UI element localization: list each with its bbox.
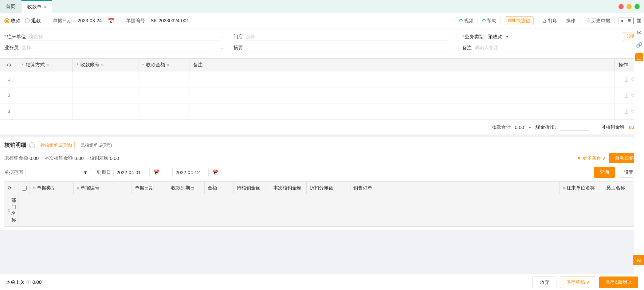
- refund-radio[interactable]: 退款: [25, 17, 41, 24]
- th-settlement: *结算方式⇅: [18, 59, 73, 71]
- sidebar-mail-icon[interactable]: ✉: [635, 28, 643, 36]
- date-to-input[interactable]: [172, 168, 209, 177]
- counterpart-input[interactable]: [27, 33, 219, 40]
- bottom-info-icon[interactable]: ⓘ: [26, 279, 31, 286]
- row1-settlement[interactable]: [18, 71, 73, 87]
- row2-settlement[interactable]: [18, 87, 73, 103]
- row1-account[interactable]: [73, 71, 138, 87]
- draft-arrow-icon[interactable]: ∧: [586, 279, 590, 285]
- remark-label: 备注: [462, 44, 472, 51]
- dth-type: ⇅单据类型: [30, 182, 74, 194]
- date-label: 单据日期: [53, 17, 72, 24]
- salesman-more-icon[interactable]: ···: [219, 45, 226, 51]
- main-table: ⚙ *结算方式⇅ *收款账号⇅ *收款金额⇅ 备注 操作 1 🗑 ⧉ 2: [0, 58, 644, 119]
- toolbar-sep-5: |: [579, 18, 580, 23]
- operation-btn[interactable]: 操作: [566, 17, 576, 24]
- salesman-label: 业务员: [4, 44, 19, 51]
- list-layout-icon[interactable]: ☰: [626, 17, 632, 24]
- date-from-input[interactable]: [113, 168, 150, 177]
- prev-layout-icon[interactable]: ◀: [619, 17, 625, 24]
- date-calendar-icon[interactable]: 📅: [108, 18, 114, 24]
- row1-amount[interactable]: [138, 71, 189, 87]
- counterpart-label: 往来单位: [7, 34, 26, 40]
- dth-number: ⇅单据编号: [74, 182, 132, 194]
- store-more-icon[interactable]: ···: [448, 34, 455, 39]
- sidebar-table-icon[interactable]: ▦: [635, 16, 643, 24]
- history-btn[interactable]: 📄 历史单据: [584, 17, 610, 24]
- help-btn[interactable]: ⊙ 帮助: [482, 17, 496, 24]
- sort-icon-2[interactable]: ⇅: [101, 63, 104, 67]
- total-label: 收款合计: [492, 124, 511, 130]
- form-area: * 往来单位 ··· 门店 ··· * 业务类型 预收款 ▼ 设置: [0, 28, 644, 58]
- row3-remark[interactable]: [189, 103, 615, 119]
- section-info-icon[interactable]: i: [29, 142, 35, 148]
- dth-checkbox[interactable]: [19, 182, 30, 194]
- discount-input[interactable]: [560, 124, 589, 131]
- dth-current: 本次核销金额: [270, 182, 307, 194]
- tab-close-icon[interactable]: ×: [44, 5, 46, 9]
- row3-amount[interactable]: [138, 103, 189, 119]
- receipt-radio[interactable]: 收款: [4, 17, 20, 24]
- row2-amount[interactable]: [138, 87, 189, 103]
- query-btn[interactable]: 查询: [594, 167, 615, 178]
- business-type-value: 预收款: [488, 34, 502, 40]
- save-btn[interactable]: 保存&新增 ∧: [599, 277, 638, 288]
- shortcut-btn[interactable]: ⌨ 快捷键: [505, 16, 534, 25]
- video-btn[interactable]: ⊙ 视频: [459, 17, 474, 24]
- dth-settings[interactable]: ⚙: [4, 182, 19, 194]
- toolbar-sep-6: |: [614, 18, 615, 23]
- summary-input[interactable]: [244, 44, 455, 51]
- due-date-label: 到期日: [97, 169, 111, 176]
- date-to-cal-icon[interactable]: 📅: [211, 169, 219, 175]
- tab-receipt[interactable]: 收款单 ×: [21, 0, 52, 13]
- print-btn[interactable]: 🖨 打印: [542, 17, 558, 24]
- win-max-btn[interactable]: [635, 4, 640, 9]
- salesman-input[interactable]: [20, 44, 219, 51]
- plus-sign: +: [529, 125, 531, 130]
- pending-tab[interactable]: 待核销单据(0笔): [38, 141, 75, 149]
- row3-account[interactable]: [73, 103, 138, 119]
- date-value: 2023-03-24: [78, 18, 102, 23]
- sidebar-screenshot-icon[interactable]: ⬚: [635, 53, 643, 61]
- store-input[interactable]: [244, 33, 448, 40]
- row3-settlement[interactable]: [18, 103, 73, 119]
- dth-dept: ⇅部门名称: [4, 194, 19, 226]
- counterpart-field: * 往来单位 ···: [4, 33, 226, 40]
- row2-account[interactable]: [73, 87, 138, 103]
- select-all-checkbox[interactable]: [22, 186, 27, 191]
- sidebar-link-icon[interactable]: 🔗: [635, 41, 643, 49]
- more-conditions-btn[interactable]: ▼ 更多条件 ∧: [577, 155, 606, 161]
- sort-icon-3[interactable]: ⇅: [166, 63, 169, 67]
- range-filter: 单据范围 ▼: [4, 168, 91, 177]
- toolbar: 收款 退款 单据日期 2023-03-24 📅 单据编号 SK-20230324…: [0, 13, 644, 28]
- abandon-btn[interactable]: 放弃: [532, 277, 557, 288]
- win-min-btn[interactable]: [627, 4, 632, 9]
- core-section: 核销明细 i 待核销单据(0笔) 已核销单据(0笔) 未核销金额 0.00 本次…: [0, 137, 644, 230]
- counterpart-more-icon[interactable]: ···: [219, 34, 226, 39]
- dth-counterpart: ⇅往来单位名称: [559, 182, 603, 194]
- draft-btn[interactable]: 保存草稿 ∧: [560, 277, 596, 288]
- row1-remark[interactable]: [189, 71, 615, 87]
- range-select[interactable]: ▼: [25, 168, 91, 177]
- done-tab[interactable]: 已核销单据(0笔): [80, 142, 112, 148]
- ai-badge[interactable]: Ai: [633, 255, 644, 265]
- win-close-btn[interactable]: [619, 4, 624, 9]
- tab-home[interactable]: 首页: [0, 0, 21, 13]
- number-label: 单据编号: [126, 17, 145, 24]
- business-type-label: 业务类型: [465, 34, 484, 40]
- remark-input[interactable]: [473, 44, 640, 51]
- row2-remark[interactable]: [189, 87, 615, 103]
- summary-field: 摘要: [233, 44, 455, 51]
- save-arrow-icon[interactable]: ∧: [629, 279, 632, 285]
- chevron-up-icon: ∧: [602, 156, 606, 161]
- biz-type-arrow[interactable]: ▼: [505, 35, 509, 39]
- diff-stat: 核销差额 0.00: [90, 155, 119, 161]
- date-from-cal-icon[interactable]: 📅: [152, 169, 160, 175]
- row3-delete-icon[interactable]: 🗑: [624, 109, 629, 114]
- toolbar-sep-3: |: [537, 18, 538, 23]
- row1-delete-icon[interactable]: 🗑: [624, 77, 629, 82]
- diff-label: 核销差额: [90, 155, 109, 161]
- th-settings[interactable]: ⚙: [0, 59, 18, 71]
- row2-delete-icon[interactable]: 🗑: [624, 93, 629, 98]
- sort-icon-1[interactable]: ⇅: [46, 63, 49, 67]
